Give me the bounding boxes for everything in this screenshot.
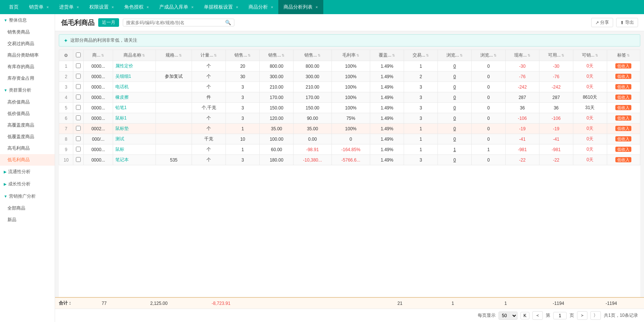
sidebar-item-high-value[interactable]: 高价值商品: [0, 96, 55, 108]
col-settings[interactable]: ⚙: [59, 50, 73, 61]
cell-view1[interactable]: 0: [438, 92, 472, 103]
sidebar-group-marketing[interactable]: ▼ 营销推广分析: [0, 190, 55, 203]
sidebar-item-low-value[interactable]: 低价值商品: [0, 108, 55, 119]
cell-name[interactable]: 鼠标: [113, 144, 156, 155]
col-view1[interactable]: 浏览...⇅: [438, 50, 472, 61]
col-sales-profit[interactable]: 销售...⇅: [294, 50, 331, 61]
sidebar-item-low-coverage[interactable]: 低覆盖度商品: [0, 131, 55, 143]
cell-view1[interactable]: 1: [438, 144, 472, 155]
close-icon[interactable]: ×: [112, 5, 114, 9]
cell-view1[interactable]: 0: [438, 124, 472, 134]
cell-view1[interactable]: 0: [438, 134, 472, 144]
sidebar-item-high-margin[interactable]: 高毛利商品: [0, 143, 55, 154]
nav-home[interactable]: 首页: [4, 0, 24, 14]
sidebar-group-cluster[interactable]: ▼ 类群重分析: [0, 84, 55, 96]
row-checkbox[interactable]: [76, 136, 81, 141]
row-checkbox[interactable]: [76, 95, 81, 99]
cell-checkbox[interactable]: [73, 61, 84, 71]
cell-name[interactable]: 笔记本: [113, 155, 156, 165]
row-checkbox[interactable]: [76, 147, 81, 152]
view1-link[interactable]: 1: [454, 147, 456, 152]
per-page-select[interactable]: 50 100: [499, 312, 518, 320]
sidebar-item-category-sales-rate[interactable]: 商品分类助销率: [0, 50, 55, 61]
cell-checkbox[interactable]: [73, 134, 84, 144]
last-page-button[interactable]: 〉: [590, 311, 601, 320]
sidebar-item-all-products[interactable]: 全部商品: [0, 203, 55, 214]
cell-checkbox[interactable]: [73, 155, 84, 165]
cell-name[interactable]: 电话机: [113, 82, 156, 92]
col-transaction[interactable]: 交易...⇅: [404, 50, 438, 61]
row-checkbox[interactable]: [76, 115, 81, 120]
row-checkbox[interactable]: [76, 63, 81, 68]
nav-product-analysis[interactable]: 商品分析 ×: [243, 0, 278, 14]
col-name[interactable]: 商品名称⇅: [113, 50, 156, 61]
col-sales-qty[interactable]: 销售...⇅: [226, 50, 260, 61]
col-tag[interactable]: 标签⇅: [607, 50, 640, 61]
row-checkbox[interactable]: [76, 157, 81, 162]
close-icon[interactable]: ×: [191, 5, 193, 9]
date-filter-button[interactable]: 近一月: [98, 18, 119, 27]
col-sales-amount[interactable]: 销售...⇅: [260, 50, 294, 61]
cell-checkbox[interactable]: [73, 92, 84, 103]
first-page-button[interactable]: K: [520, 312, 529, 319]
cell-checkbox[interactable]: [73, 82, 84, 92]
col-unit[interactable]: 计量...⇅: [192, 50, 226, 61]
sidebar-item-stock-products[interactable]: 有库存的商品: [0, 61, 55, 73]
view1-link[interactable]: 0: [454, 116, 456, 121]
cell-name[interactable]: 鼠标1: [113, 113, 156, 124]
cell-name[interactable]: 测试: [113, 134, 156, 144]
sidebar-item-high-coverage[interactable]: 高覆盖度商品: [0, 119, 55, 131]
view1-link[interactable]: 0: [454, 105, 456, 111]
view1-link[interactable]: 0: [454, 157, 456, 163]
close-icon[interactable]: ×: [271, 5, 273, 9]
export-button[interactable]: ⬆ 导出: [616, 18, 638, 27]
sidebar-group-overall[interactable]: ▼ 整体信息: [0, 14, 55, 26]
sidebar-item-stock-fund[interactable]: 库存资金占用: [0, 73, 55, 84]
col-saleable[interactable]: 可销...⇅: [573, 50, 607, 61]
col-view2[interactable]: 浏览...⇅: [472, 50, 506, 61]
cell-view1[interactable]: 0: [438, 113, 472, 124]
settings-icon[interactable]: ⚙: [64, 53, 68, 58]
view1-link[interactable]: 0: [454, 126, 456, 131]
cell-name[interactable]: 属性定价: [113, 61, 156, 71]
col-current-stock[interactable]: 现有...⇅: [505, 50, 539, 61]
close-icon[interactable]: ×: [236, 5, 238, 9]
col-code[interactable]: 商...⇅: [84, 50, 113, 61]
cell-checkbox[interactable]: [73, 103, 84, 113]
close-icon[interactable]: ×: [77, 5, 79, 9]
cell-checkbox[interactable]: [73, 124, 84, 134]
row-checkbox[interactable]: [76, 74, 81, 79]
view1-link[interactable]: 0: [454, 137, 456, 142]
row-checkbox[interactable]: [76, 126, 81, 131]
col-coverage[interactable]: 覆盖...⇅: [370, 50, 404, 61]
sidebar-item-traded-products[interactable]: 交易过的商品: [0, 38, 55, 50]
close-icon[interactable]: ×: [147, 5, 149, 9]
next-page-button[interactable]: ＞: [577, 311, 587, 320]
nav-template-settings[interactable]: 单据模板设置 ×: [199, 0, 243, 14]
page-number-input[interactable]: [553, 312, 567, 319]
nav-permission-settings[interactable]: 权限设置 ×: [84, 0, 119, 14]
cell-view1[interactable]: 0: [438, 82, 472, 92]
cell-name[interactable]: 吴细细1: [113, 71, 156, 82]
search-input[interactable]: [126, 20, 224, 25]
nav-sales-order[interactable]: 销货单 ×: [24, 0, 54, 14]
cell-view1[interactable]: 0: [438, 71, 472, 82]
view1-link[interactable]: 0: [454, 95, 456, 100]
cell-name[interactable]: 橡皮擦: [113, 92, 156, 103]
select-all-checkbox[interactable]: [76, 52, 81, 57]
nav-role-auth[interactable]: 角色授权 ×: [119, 0, 154, 14]
nav-product-inbound[interactable]: 产成品入库单 ×: [154, 0, 199, 14]
cell-view1[interactable]: 0: [438, 103, 472, 113]
sidebar-group-growth[interactable]: ▶ 成长性分析: [0, 178, 55, 190]
share-button[interactable]: ↗ 分享: [591, 18, 613, 27]
sidebar-item-sales-products[interactable]: 销售类商品: [0, 26, 55, 38]
cell-checkbox[interactable]: [73, 113, 84, 124]
close-icon[interactable]: ×: [315, 5, 318, 9]
cell-view1[interactable]: 0: [438, 61, 472, 71]
sidebar-item-new-products[interactable]: 新品: [0, 214, 55, 226]
prev-page-button[interactable]: ＜: [532, 311, 543, 320]
cell-checkbox[interactable]: [73, 71, 84, 82]
sidebar-group-circulation[interactable]: ▶ 流通性分析: [0, 166, 55, 178]
close-icon[interactable]: ×: [47, 5, 49, 9]
cell-name[interactable]: 铅笔1: [113, 103, 156, 113]
